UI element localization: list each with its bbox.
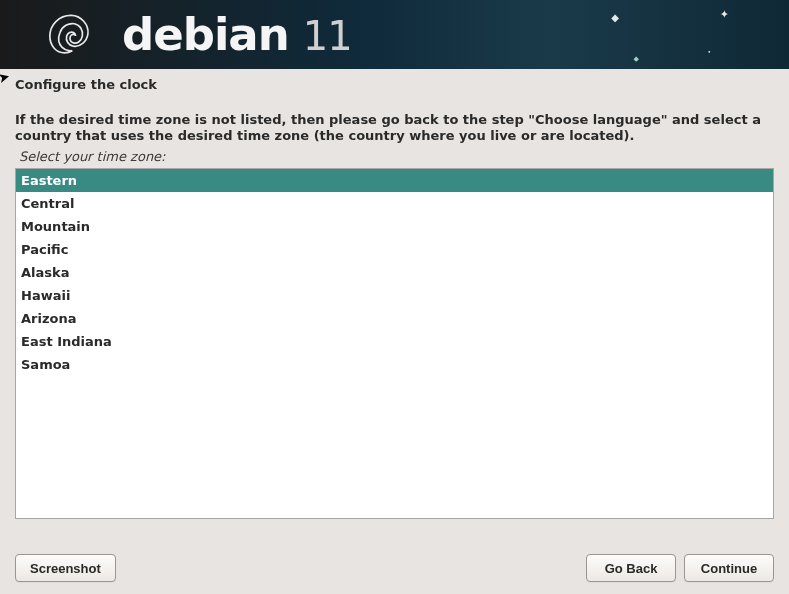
timezone-option[interactable]: Mountain [16, 215, 773, 238]
continue-button[interactable]: Continue [684, 554, 774, 582]
debian-swirl-icon [42, 7, 98, 63]
page-title: Configure the clock [0, 69, 789, 102]
decorative-dot-icon: ◆ [634, 55, 639, 63]
timezone-option[interactable]: Samoa [16, 353, 773, 376]
brand-text: debian [122, 8, 289, 61]
timezone-option[interactable]: Alaska [16, 261, 773, 284]
brand-version: 11 [303, 13, 352, 59]
prompt-label: Select your time zone: [19, 149, 774, 164]
timezone-option[interactable]: Pacific [16, 238, 773, 261]
decorative-dot-icon: • [707, 48, 711, 55]
timezone-option[interactable]: Hawaii [16, 284, 773, 307]
decorative-dot-icon: ✦ [720, 8, 729, 21]
timezone-option[interactable]: Central [16, 192, 773, 215]
installer-header: debian 11 ◆ ◆ • ✦ [0, 0, 789, 69]
timezone-option[interactable]: East Indiana [16, 330, 773, 353]
main-content: If the desired time zone is not listed, … [0, 102, 789, 519]
footer-button-bar: Screenshot Go Back Continue [15, 554, 774, 582]
timezone-listbox[interactable]: EasternCentralMountainPacificAlaskaHawai… [15, 168, 774, 519]
go-back-button[interactable]: Go Back [586, 554, 676, 582]
decorative-dot-icon: ◆ [611, 12, 619, 23]
timezone-option[interactable]: Eastern [16, 169, 773, 192]
header-brand: debian 11 [122, 8, 352, 61]
instructions-text: If the desired time zone is not listed, … [15, 112, 774, 143]
timezone-option[interactable]: Arizona [16, 307, 773, 330]
screenshot-button[interactable]: Screenshot [15, 554, 116, 582]
